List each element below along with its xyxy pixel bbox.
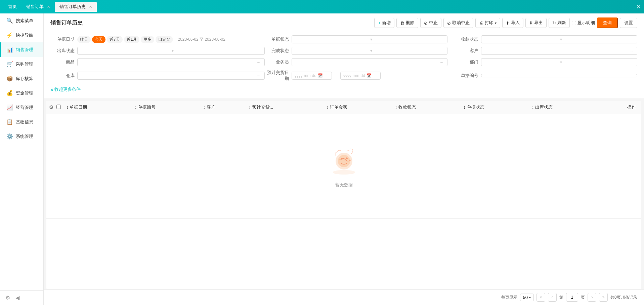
export-button[interactable]: ⬇ 导出 [525,18,547,28]
settings-icon-btn[interactable]: ⚙ [49,104,53,110]
sidebar-item-basic-info[interactable]: 📋 基础信息 [0,115,43,129]
tab-sales-order[interactable]: 销售订单 ✕ [22,2,55,12]
purchase-mgmt-icon: 🛒 [6,61,13,67]
page-size-select[interactable]: 50 ▾ [520,294,534,301]
delivery-date-end-input[interactable]: yyyy-mm-dd 📅 [340,72,381,80]
select-all-checkbox[interactable] [56,105,61,109]
th-delivery-date: ↕ 预计交货... [246,101,324,114]
query-button[interactable]: 查询 [597,17,618,28]
new-button[interactable]: + 新增 [374,18,394,28]
sidebar-item-operations[interactable]: 📈 经营管理 [0,100,43,115]
export-icon: ⬇ [529,21,533,26]
product-input[interactable]: ··· [77,58,265,66]
tab-sales-history-close[interactable]: ✕ [89,5,92,9]
sidebar-item-inventory[interactable]: 📦 库存核算 [0,71,43,86]
salesperson-field: ··· [292,58,448,66]
tab-sales-history-label: 销售订单历史 [59,4,86,10]
tab-sales-order-close[interactable]: ✕ [47,5,50,9]
complete-status-select[interactable]: ▾ [292,47,448,55]
sidebar-item-quick-nav[interactable]: ⚡ 快捷导航 [0,28,43,42]
sidebar-item-sales-mgmt-label: 销售管理 [16,47,33,53]
delivery-date-start-input[interactable]: yyyy-mm-dd 📅 [292,72,332,80]
svg-point-0 [333,170,355,175]
finance-icon: 💰 [6,90,13,96]
payment-status-dropdown-icon: ▾ [560,37,634,42]
print-button[interactable]: 🖨 打印 ▾ [475,18,500,28]
date-tag-1month[interactable]: 近1月 [124,36,140,43]
operations-icon: 📈 [6,104,13,111]
quick-nav-icon: ⚡ [6,32,13,38]
collapse-button[interactable]: ∧ 收起更多条件 [50,86,637,92]
filter-row-4: 仓库 ··· 预计交货日期 yyyy-mm-dd 📅 — [50,70,637,82]
th-payment-status: ↕ 收款状态 [392,101,461,114]
delivery-status-select[interactable]: ▾ [77,47,265,55]
sys-mgmt-icon: ⚙️ [6,133,13,140]
cancel-stop-button[interactable]: ⊘ 取消中止 [443,18,473,28]
empty-state: ~ ~ 暂无数据 [49,117,639,215]
first-page-button[interactable]: « [536,293,545,302]
th-amount: ↕ 订单金额 [324,101,392,114]
customer-field: ··· [481,47,637,55]
new-label: 新增 [382,20,391,26]
date-range-text: 2023-06-02 至 2023-06-02 [178,37,225,42]
sidebar-item-sys-mgmt[interactable]: ⚙️ 系统管理 [0,129,43,144]
empty-row: ~ ~ 暂无数据 [46,114,641,219]
page-size-value: 50 [523,295,528,300]
import-button[interactable]: ⬆ 导入 [502,18,523,28]
date-tag-yesterday[interactable]: 昨天 [77,36,91,43]
sidebar-item-finance[interactable]: 💰 资金管理 [0,86,43,100]
payment-status-select[interactable]: ▾ [481,35,637,43]
customer-label: 客户 [454,48,481,54]
sidebar-item-search-menu[interactable]: 🔍 搜索菜单 [0,13,43,28]
total-text: 共0页, 0条记录 [610,295,637,300]
sidebar-item-sales-mgmt[interactable]: 📊 销售管理 [0,42,43,57]
prev-page-button[interactable]: ‹ [548,293,557,302]
sidebar-collapse-icon[interactable]: ◀ [15,295,19,301]
collapse-label: 收起更多条件 [54,86,81,92]
warehouse-input[interactable]: ··· [77,72,265,80]
department-select[interactable]: ▾ [481,58,637,66]
close-window-btn[interactable]: ✕ [636,4,641,10]
stop-button[interactable]: ⊘ 中止 [420,18,441,28]
delivery-date-end-calendar-icon[interactable]: 📅 [367,73,372,78]
show-detail-checkbox[interactable] [572,21,576,25]
salesperson-ellipsis-icon[interactable]: ··· [438,60,444,65]
date-tag-custom[interactable]: 自定义 [156,36,173,43]
print-label: 打印 [485,20,493,26]
delivery-status-label: 出库状态 [50,48,77,54]
department-label: 部门 [454,59,481,65]
order-number-input[interactable] [481,74,637,77]
tab-sales-history[interactable]: 销售订单历史 ✕ [55,2,97,12]
setting-button[interactable]: 设置 [620,18,637,28]
delivery-date-start-calendar-icon[interactable]: 📅 [318,73,323,78]
delete-button[interactable]: 🗑 删除 [396,18,418,28]
sidebar-item-purchase-mgmt[interactable]: 🛒 采购管理 [0,57,43,71]
next-page-button[interactable]: › [588,293,596,302]
filter-row-2: 出库状态 ▾ 完成状态 ▾ [50,47,637,55]
customer-input[interactable]: ··· [481,47,637,55]
th-delivery-status: ↕ 出库状态 [529,101,598,114]
print-dropdown-icon: ▾ [495,21,497,25]
order-status-select[interactable]: ▾ [292,35,448,43]
th-number-label: ↕ 单据编号 [135,105,156,110]
tab-home[interactable]: 首页 [3,2,22,12]
date-tag-7days[interactable]: 近7天 [107,36,123,43]
date-tag-more[interactable]: 更多 [141,36,154,43]
empty-illustration: ~ ~ [327,144,361,178]
main-layout: 🔍 搜索菜单 ⚡ 快捷导航 📊 销售管理 🛒 采购管理 📦 库存核算 💰 资金管… [0,13,644,305]
refresh-button[interactable]: ↻ 刷新 [549,18,570,28]
th-date-label: ↕ 单据日期 [66,105,87,110]
sidebar-settings-icon[interactable]: ⚙ [5,295,10,301]
last-page-button[interactable]: » [599,293,608,302]
th-customer-label: ↕ 客户 [203,105,215,110]
product-ellipsis-icon[interactable]: ··· [256,60,262,65]
sidebar-bottom: ⚙ ◀ [0,290,43,305]
warehouse-ellipsis-icon[interactable]: ··· [256,73,262,78]
inventory-icon: 📦 [6,75,13,82]
toolbar: + 新增 🗑 删除 ⊘ 中止 ⊘ 取消中止 🖨 打印 [374,17,637,28]
customer-ellipsis-icon[interactable]: ··· [628,48,634,53]
jump-label: 第 [559,295,563,300]
date-tag-today[interactable]: 今天 [92,36,105,43]
salesperson-input[interactable]: ··· [292,58,448,66]
page-number-input[interactable] [566,293,578,302]
